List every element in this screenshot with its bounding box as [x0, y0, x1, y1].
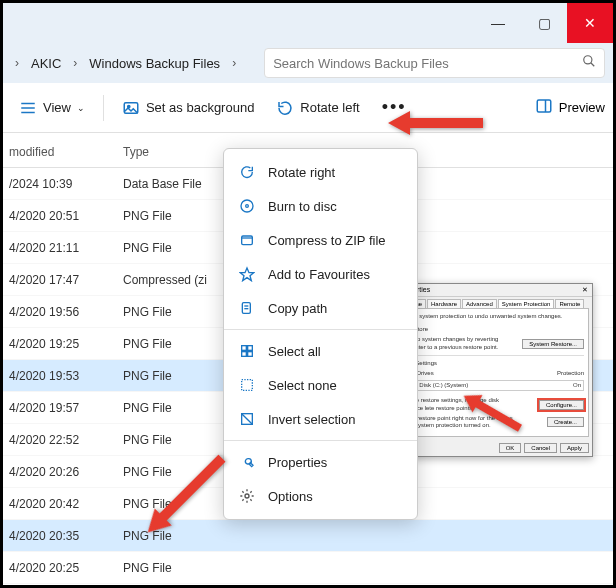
- title-bar: — ▢ ✕: [3, 3, 613, 43]
- chevron-right-icon[interactable]: ›: [11, 56, 23, 70]
- tab-advanced[interactable]: Advanced: [462, 299, 497, 308]
- cell-date: 4/2020 20:51: [3, 209, 123, 223]
- section-heading: on Settings: [407, 360, 584, 367]
- rotate-left-label: Rotate left: [300, 100, 359, 115]
- rotate-right-icon: [238, 163, 256, 181]
- search-input[interactable]: [273, 56, 582, 71]
- svg-rect-18: [242, 352, 247, 357]
- preview-label: Preview: [559, 100, 605, 115]
- section-heading: Restore: [407, 326, 584, 333]
- cell-type: PNG File: [123, 561, 243, 575]
- cell-date: 4/2020 19:25: [3, 337, 123, 351]
- table-row[interactable]: 4/2020 20:25PNG File: [3, 552, 613, 584]
- copy-path-icon: [238, 299, 256, 317]
- preview-button[interactable]: Preview: [535, 97, 605, 118]
- menu-label: Burn to disc: [268, 199, 337, 214]
- select-none-icon: [238, 376, 256, 394]
- search-icon[interactable]: [582, 54, 596, 72]
- select-all-icon: [238, 342, 256, 360]
- search-box[interactable]: [264, 48, 605, 78]
- dialog-text: Use system protection to undo unwanted s…: [407, 313, 584, 320]
- cell-date: 4/2020 17:47: [3, 273, 123, 287]
- breadcrumb-item[interactable]: Windows Backup Files: [85, 56, 224, 71]
- tab-remote[interactable]: Remote: [555, 299, 584, 308]
- annotation-arrow: [388, 103, 488, 147]
- zip-icon: [238, 231, 256, 249]
- menu-divider: [224, 440, 417, 441]
- menu-properties[interactable]: Properties: [224, 445, 417, 479]
- menu-add-favourites[interactable]: Add to Favourites: [224, 257, 417, 291]
- view-button[interactable]: View ⌄: [11, 93, 93, 123]
- menu-copy-path[interactable]: Copy path: [224, 291, 417, 325]
- menu-invert-selection[interactable]: Invert selection: [224, 402, 417, 436]
- cell-date: 4/2020 20:42: [3, 497, 123, 511]
- set-background-button[interactable]: Set as background: [114, 93, 262, 123]
- menu-label: Select none: [268, 378, 337, 393]
- menu-divider: [224, 329, 417, 330]
- menu-compress-zip[interactable]: Compress to ZIP file: [224, 223, 417, 257]
- svg-line-1: [591, 63, 595, 67]
- image-icon: [122, 99, 140, 117]
- svg-point-9: [241, 200, 253, 212]
- menu-burn-disc[interactable]: Burn to disc: [224, 189, 417, 223]
- configure-button[interactable]: Configure...: [539, 400, 584, 410]
- tab-system-protection[interactable]: System Protection: [498, 299, 555, 308]
- menu-label: Add to Favourites: [268, 267, 370, 282]
- disc-icon: [238, 197, 256, 215]
- table-row[interactable]: 4/2020 20:35PNG File: [3, 520, 613, 552]
- cell-date: 4/2020 21:11: [3, 241, 123, 255]
- address-bar: › AKIC › Windows Backup Files ›: [3, 43, 613, 83]
- rotate-left-icon: [276, 99, 294, 117]
- cell-date: 4/2020 20:26: [3, 465, 123, 479]
- menu-label: Copy path: [268, 301, 327, 316]
- create-button[interactable]: Create...: [547, 417, 584, 427]
- menu-select-none[interactable]: Select none: [224, 368, 417, 402]
- close-button[interactable]: ✕: [567, 3, 613, 43]
- system-restore-button[interactable]: System Restore...: [522, 339, 584, 349]
- chevron-right-icon[interactable]: ›: [228, 56, 240, 70]
- menu-label: Select all: [268, 344, 321, 359]
- cell-date: /2024 10:39: [3, 177, 123, 191]
- cell-date: 4/2020 20:35: [3, 529, 123, 543]
- cancel-button[interactable]: Cancel: [524, 443, 557, 453]
- menu-select-all[interactable]: Select all: [224, 334, 417, 368]
- invert-icon: [238, 410, 256, 428]
- tab-hardware[interactable]: Hardware: [427, 299, 461, 308]
- protection-value: On: [573, 382, 581, 389]
- divider: [103, 95, 104, 121]
- svg-point-10: [246, 205, 249, 208]
- cell-date: 4/2020 20:25: [3, 561, 123, 575]
- set-background-label: Set as background: [146, 100, 254, 115]
- menu-label: Compress to ZIP file: [268, 233, 386, 248]
- svg-rect-19: [248, 352, 253, 357]
- cell-date: 4/2020 19:56: [3, 305, 123, 319]
- preview-icon: [535, 97, 553, 118]
- drive-row[interactable]: cal Disk (C:) (System): [410, 382, 468, 389]
- menu-options[interactable]: Options: [224, 479, 417, 513]
- svg-rect-17: [248, 346, 253, 351]
- menu-rotate-right[interactable]: Rotate right: [224, 155, 417, 189]
- rotate-left-button[interactable]: Rotate left: [268, 93, 367, 123]
- svg-rect-16: [242, 346, 247, 351]
- context-menu: Rotate right Burn to disc Compress to ZI…: [223, 148, 418, 520]
- svg-rect-11: [242, 236, 253, 245]
- dialog-tabs: Name Hardware Advanced System Protection…: [399, 297, 592, 308]
- star-icon: [238, 265, 256, 283]
- close-icon[interactable]: ✕: [582, 286, 588, 294]
- breadcrumb-item[interactable]: AKIC: [27, 56, 65, 71]
- cell-date: 4/2020 19:53: [3, 369, 123, 383]
- maximize-button[interactable]: ▢: [521, 3, 567, 43]
- menu-label: Rotate right: [268, 165, 335, 180]
- svg-marker-23: [388, 111, 483, 135]
- svg-rect-20: [242, 380, 253, 391]
- cell-date: 4/2020 22:52: [3, 433, 123, 447]
- list-icon: [19, 99, 37, 117]
- column-header-date[interactable]: modified: [3, 145, 123, 159]
- toolbar: View ⌄ Set as background Rotate left •••…: [3, 83, 613, 133]
- wrench-icon: [238, 453, 256, 471]
- minimize-button[interactable]: —: [475, 3, 521, 43]
- apply-button[interactable]: Apply: [560, 443, 589, 453]
- protection-header: Protection: [557, 370, 584, 377]
- svg-point-22: [245, 494, 249, 498]
- chevron-right-icon: ›: [69, 56, 81, 70]
